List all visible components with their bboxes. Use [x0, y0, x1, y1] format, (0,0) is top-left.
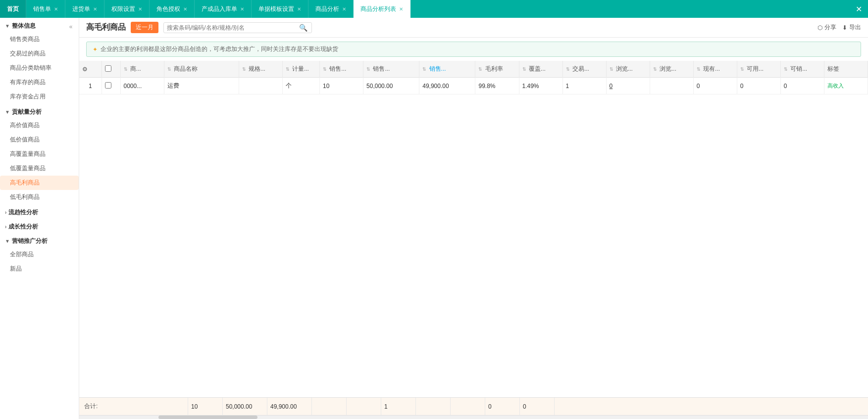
sort-icon-spec: ⇅ [242, 67, 246, 72]
sidebar-item-traded-products[interactable]: 交易过的商品 [0, 47, 79, 61]
close-template-tab[interactable]: ✕ [297, 6, 301, 12]
table-row: 1 0000... 运费 [79, 78, 868, 94]
sidebar-item-all-products[interactable]: 全部商品 [0, 247, 79, 262]
sort-icon-stock-current: ⇅ [697, 67, 701, 72]
col-stock-available[interactable]: ⇅ 可用... [737, 61, 780, 78]
cell-transactions: 1 [562, 78, 606, 94]
nav-template-settings[interactable]: 单据模板设置 ✕ [252, 0, 308, 18]
col-tag[interactable]: 标签 [824, 61, 868, 78]
sidebar-item-high-coverage[interactable]: 高覆盖量商品 [0, 147, 79, 161]
sidebar-group-contribution-arrow: ▼ [5, 109, 10, 115]
close-role-auth-tab[interactable]: ✕ [183, 6, 187, 12]
nav-product-analysis[interactable]: 商品分析 ✕ [308, 0, 354, 18]
col-name[interactable]: ⇅ 商品名称 [164, 61, 239, 78]
search-input[interactable] [167, 24, 298, 31]
sidebar-group-trend-arrow: › [5, 210, 6, 215]
col-transactions[interactable]: ⇅ 交易... [562, 61, 606, 78]
close-analysis-tab[interactable]: ✕ [342, 6, 346, 12]
footer-sales-profit: 49,900.00 [267, 398, 312, 415]
footer-stock-available: 0 [520, 398, 555, 415]
sidebar-group-overall-arrow: ▼ [5, 23, 10, 29]
col-spec[interactable]: ⇅ 规格... [239, 61, 282, 78]
nav-analysis-list[interactable]: 商品分析列表 ✕ [354, 0, 410, 18]
close-sales-order-tab[interactable]: ✕ [54, 6, 58, 12]
close-analysis-list-tab[interactable]: ✕ [399, 6, 403, 12]
share-button[interactable]: ⬡ 分享 [817, 23, 836, 32]
close-finished-goods-tab[interactable]: ✕ [240, 6, 244, 12]
cell-views1[interactable]: 0 [606, 78, 650, 94]
cell-spec [239, 78, 282, 94]
close-permission-tab[interactable]: ✕ [138, 6, 142, 12]
footer-stock-current: 0 [485, 398, 520, 415]
content-area: 高毛利商品 近一月 🔍 ⬡ 分享 ⬇ 导出 [79, 18, 868, 419]
col-sales-qty[interactable]: ⇅ 销售... [320, 61, 363, 78]
sidebar-item-category-sales-rate[interactable]: 商品分类助销率 [0, 61, 79, 75]
sort-icon-stock-sale: ⇅ [784, 67, 788, 72]
cell-stock-available: 0 [737, 78, 780, 94]
page-title: 高毛利商品 [86, 22, 126, 33]
col-views2[interactable]: ⇅ 浏览... [650, 61, 693, 78]
top-navigation: 首页 销售单 ✕ 进货单 ✕ 权限设置 ✕ 角色授权 ✕ 产成品入库单 ✕ 单据… [0, 0, 868, 18]
sidebar-item-new-products[interactable]: 新品 [0, 262, 79, 276]
sidebar-group-trend[interactable]: › 流趋性分析 [0, 204, 79, 219]
col-settings[interactable]: ⚙ [79, 61, 102, 78]
horizontal-scrollbar[interactable] [79, 415, 868, 419]
search-box: 🔍 [163, 22, 312, 33]
scrollbar-thumb[interactable] [158, 416, 257, 419]
nav-home[interactable]: 首页 [0, 0, 26, 18]
window-close-button[interactable]: ✕ [850, 0, 868, 18]
col-sales-profit[interactable]: ⇅ 销售... [419, 61, 475, 78]
sidebar-group-contribution[interactable]: ▼ 贡献量分析 [0, 104, 79, 118]
sidebar-item-in-stock-products[interactable]: 有库存的商品 [0, 75, 79, 90]
footer-total: 合计: 10 50,000.00 49,900.00 1 [79, 397, 868, 415]
sidebar-group-growth[interactable]: › 成长性分析 [0, 219, 79, 233]
sort-icon-stock-avail: ⇅ [740, 67, 744, 72]
cell-num: 1 [79, 78, 102, 94]
cell-code: 0000... [120, 78, 164, 94]
col-stock-saleable[interactable]: ⇅ 可销... [780, 61, 824, 78]
sidebar-item-high-value[interactable]: 高价值商品 [0, 118, 79, 133]
row-checkbox[interactable] [105, 82, 111, 89]
sidebar-item-high-margin[interactable]: 高毛利商品 [0, 176, 79, 190]
footer-views2 [451, 398, 485, 415]
search-button[interactable]: 🔍 [298, 24, 308, 32]
close-purchase-order-tab[interactable]: ✕ [93, 6, 97, 12]
export-button[interactable]: ⬇ 导出 [842, 23, 861, 32]
header-actions: ⬡ 分享 ⬇ 导出 [817, 23, 861, 32]
time-filter-button[interactable]: 近一月 [131, 22, 158, 33]
sidebar-item-stock-capital[interactable]: 库存资金占用 [0, 90, 79, 104]
sort-icon-sales-amount: ⇅ [366, 67, 370, 72]
nav-permission-settings[interactable]: 权限设置 ✕ [104, 0, 150, 18]
cell-views2 [650, 78, 693, 94]
col-views1[interactable]: ⇅ 浏览... [606, 61, 650, 78]
col-coverage[interactable]: ⇅ 覆盖... [519, 61, 562, 78]
sidebar-item-low-coverage[interactable]: 低覆盖量商品 [0, 161, 79, 176]
nav-purchase-order[interactable]: 进货单 ✕ [65, 0, 104, 18]
sidebar-group-marketing[interactable]: ▼ 营销推广分析 [0, 233, 79, 247]
content-header: 高毛利商品 近一月 🔍 ⬡ 分享 ⬇ 导出 [79, 18, 868, 38]
sidebar-item-low-margin[interactable]: 低毛利商品 [0, 190, 79, 204]
col-sales-amount[interactable]: ⇅ 销售... [363, 61, 419, 78]
sort-icon-trans: ⇅ [566, 67, 570, 72]
cell-sales-profit: 49,900.00 [419, 78, 475, 94]
sidebar-group-marketing-arrow: ▼ [5, 238, 10, 244]
cell-name: 运费 [164, 78, 239, 94]
col-code[interactable]: ⇅ 商... [120, 61, 164, 78]
cell-sales-qty: 10 [320, 78, 363, 94]
col-stock-current[interactable]: ⇅ 现有... [693, 61, 737, 78]
cell-gross-margin: 99.8% [475, 78, 519, 94]
cell-stock-current: 0 [693, 78, 737, 94]
info-banner: ✦ 企业的主要的利润都是这部分商品创造的，可考虑加大推广，同时关注库存是不要出现… [86, 42, 861, 57]
col-unit[interactable]: ⇅ 计量... [282, 61, 319, 78]
nav-role-auth[interactable]: 角色授权 ✕ [150, 0, 195, 18]
nav-finished-goods[interactable]: 产成品入库单 ✕ [195, 0, 252, 18]
col-gross-margin[interactable]: ⇅ 毛利率 [475, 61, 519, 78]
select-all-checkbox[interactable] [105, 65, 111, 72]
sort-icon-name: ⇅ [167, 67, 171, 72]
sidebar-item-low-value[interactable]: 低价值商品 [0, 133, 79, 147]
sidebar-collapse-button[interactable]: « [66, 22, 76, 32]
footer-coverage [347, 398, 381, 415]
sort-icon-unit: ⇅ [286, 67, 290, 72]
nav-sales-order[interactable]: 销售单 ✕ [26, 0, 65, 18]
sidebar-item-sales-products[interactable]: 销售类商品 [0, 32, 79, 47]
